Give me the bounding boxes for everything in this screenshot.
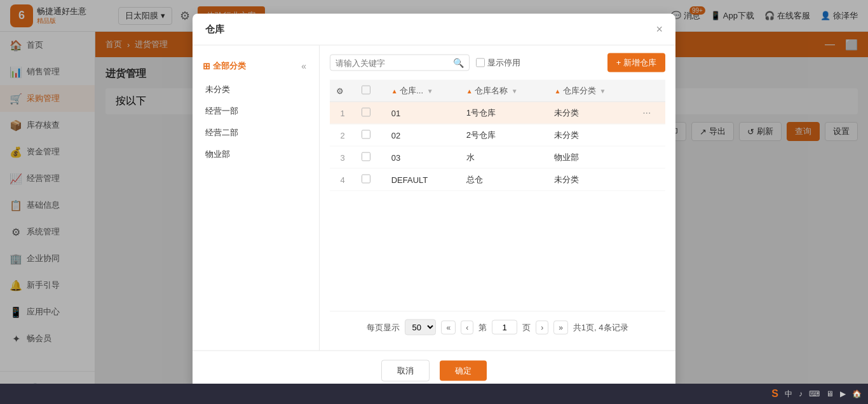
taskbar-music[interactable]: ♪ <box>799 389 803 398</box>
row-category: 未分类 <box>548 102 636 124</box>
row-num: 1 <box>330 102 355 124</box>
row-actions <box>636 124 665 146</box>
search-input[interactable] <box>336 58 453 67</box>
sort-icon: ▲ <box>391 88 398 95</box>
row-actions <box>636 146 665 168</box>
pagination-bar: 每页显示 50 « ‹ 第 页 › » 共1页, 4条记录 <box>330 311 665 343</box>
row-actions <box>636 168 665 191</box>
category-item-op1[interactable]: 经营一部 <box>193 100 319 122</box>
table-col-actions <box>636 80 665 102</box>
prev-page-button[interactable]: ‹ <box>461 320 473 334</box>
category-item-property[interactable]: 物业部 <box>193 144 319 165</box>
row-code: DEFAULT <box>385 168 460 191</box>
taskbar: S 中 ♪ ⌨ 🖥 ▶ 🏠 <box>0 384 868 404</box>
modal-close-button[interactable]: × <box>656 23 663 36</box>
col-cat-sort-down-icon: ▼ <box>600 88 606 95</box>
taskbar-home[interactable]: 🏠 <box>852 389 862 398</box>
table-col-checkbox <box>355 80 385 102</box>
warehouse-table: ⚙ ▲ 仓库... ▼ ▲ 仓库名称 ▼ <box>330 80 665 191</box>
show-disabled-checkbox[interactable] <box>476 58 485 67</box>
table-col-category[interactable]: ▲ 仓库分类 ▼ <box>548 80 636 102</box>
row-name: 2号仓库 <box>460 124 548 146</box>
table-row[interactable]: 2 02 2号仓库 未分类 <box>330 124 665 146</box>
warehouse-tbody: 1 01 1号仓库 未分类 ··· 2 02 2号仓库 未分类 3 03 水 物… <box>330 102 665 191</box>
first-page-button[interactable]: « <box>441 320 456 334</box>
per-page-label: 每页显示 <box>367 321 400 333</box>
category-collapse-button[interactable]: « <box>299 58 309 74</box>
warehouse-panel: 🔍 显示停用 + 新增仓库 ⚙ <box>320 46 675 351</box>
row-more-button[interactable]: ··· <box>642 107 651 119</box>
col-cat-sort-icon: ▲ <box>554 88 560 95</box>
row-checkbox[interactable] <box>355 124 385 146</box>
row-checkbox[interactable] <box>355 146 385 168</box>
table-col-gear: ⚙ <box>330 80 355 102</box>
row-actions: ··· <box>636 102 665 124</box>
page-label: 第 <box>478 321 487 333</box>
sort-down-icon: ▼ <box>427 88 433 95</box>
show-disabled-label[interactable]: 显示停用 <box>476 57 520 69</box>
table-header-row: ⚙ ▲ 仓库... ▼ ▲ 仓库名称 ▼ <box>330 80 665 102</box>
row-num: 4 <box>330 168 355 191</box>
search-box: 🔍 <box>330 55 470 71</box>
col-name-sort-down-icon: ▼ <box>512 88 518 95</box>
page-end-label: 页 <box>522 321 531 333</box>
table-gear-icon[interactable]: ⚙ <box>336 86 344 95</box>
table-row[interactable]: 4 DEFAULT 总仓 未分类 <box>330 168 665 191</box>
row-name: 1号仓库 <box>460 102 548 124</box>
category-all[interactable]: ⊞ 全部分类 « <box>193 53 319 79</box>
taskbar-s-logo: S <box>771 388 778 400</box>
page-input[interactable] <box>492 320 517 335</box>
category-item-op2[interactable]: 经营二部 <box>193 122 319 144</box>
taskbar-chinese: 中 <box>785 389 792 400</box>
row-category: 物业部 <box>548 146 636 168</box>
category-item-uncat[interactable]: 未分类 <box>193 79 319 100</box>
col-name-sort-icon: ▲ <box>466 88 473 95</box>
taskbar-monitor[interactable]: 🖥 <box>826 389 834 398</box>
table-col-name[interactable]: ▲ 仓库名称 ▼ <box>460 80 548 102</box>
row-name: 水 <box>460 146 548 168</box>
row-num: 3 <box>330 146 355 168</box>
taskbar-play[interactable]: ▶ <box>840 389 846 398</box>
row-category: 未分类 <box>548 124 636 146</box>
modal-body: ⊞ 全部分类 « 未分类 经营一部 经营二部 物业部 🔍 显示停用 + 新增仓库 <box>193 46 675 351</box>
row-num: 2 <box>330 124 355 146</box>
row-checkbox[interactable] <box>355 102 385 124</box>
row-code: 01 <box>385 102 460 124</box>
select-all-checkbox[interactable] <box>362 85 370 94</box>
grid-icon: ⊞ <box>203 61 210 71</box>
category-all-label: 全部分类 <box>213 60 299 72</box>
warehouse-toolbar: 🔍 显示停用 + 新增仓库 <box>330 53 665 72</box>
table-row[interactable]: 3 03 水 物业部 <box>330 146 665 168</box>
per-page-select[interactable]: 50 <box>405 320 436 335</box>
row-name: 总仓 <box>460 168 548 191</box>
row-checkbox[interactable] <box>355 168 385 191</box>
row-code: 03 <box>385 146 460 168</box>
row-category: 未分类 <box>548 168 636 191</box>
last-page-button[interactable]: » <box>553 320 568 334</box>
row-code: 02 <box>385 124 460 146</box>
table-row[interactable]: 1 01 1号仓库 未分类 ··· <box>330 102 665 124</box>
add-warehouse-button[interactable]: + 新增仓库 <box>607 53 665 72</box>
table-col-code[interactable]: ▲ 仓库... ▼ <box>385 80 460 102</box>
next-page-button[interactable]: › <box>536 320 548 334</box>
confirm-button[interactable]: 确定 <box>440 361 487 381</box>
modal-header: 仓库 × <box>193 14 675 46</box>
search-icon: 🔍 <box>453 58 464 68</box>
modal-title: 仓库 <box>205 24 224 36</box>
cancel-button[interactable]: 取消 <box>381 360 430 382</box>
warehouse-modal: 仓库 × ⊞ 全部分类 « 未分类 经营一部 经营二部 物业部 🔍 <box>193 14 675 391</box>
taskbar-keyboard[interactable]: ⌨ <box>809 389 820 398</box>
total-label: 共1页, 4条记录 <box>573 321 628 333</box>
category-panel: ⊞ 全部分类 « 未分类 经营一部 经营二部 物业部 <box>193 46 320 351</box>
